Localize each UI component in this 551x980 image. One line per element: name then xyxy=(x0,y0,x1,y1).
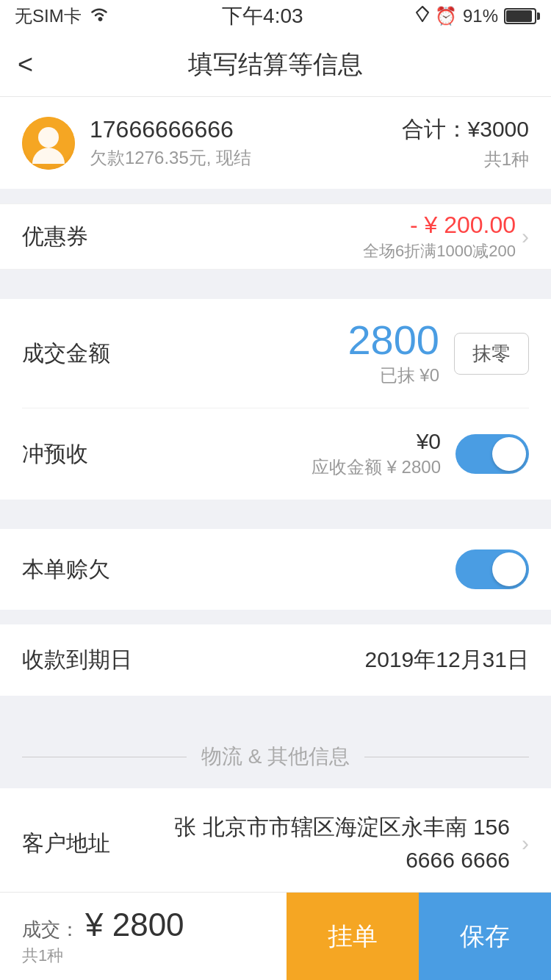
total-count: 共1种 xyxy=(402,148,529,171)
transaction-row: 成交金额 2800 已抹 ¥0 抹零 xyxy=(22,299,529,408)
transaction-rounded: 已抹 ¥0 xyxy=(347,364,439,387)
status-left: 无SIM卡 xyxy=(15,4,109,28)
section-divider-3 xyxy=(0,710,551,725)
address-value: 张 北京市市辖区海淀区永丰南 156 6666 6666 xyxy=(122,810,510,876)
bottom-label: 成交： xyxy=(22,917,79,943)
coupon-right: - ¥ 200.00 全场6折满1000减200 › xyxy=(363,212,529,262)
divider-line-right xyxy=(364,757,529,757)
bottom-total-row: 成交： ¥ 2800 xyxy=(22,907,264,943)
bottom-summary: 成交： ¥ 2800 共1种 xyxy=(0,907,287,967)
status-bar: 无SIM卡 下午4:03 ⏰ 91% xyxy=(0,0,551,32)
prepayment-label: 冲预收 xyxy=(22,439,88,469)
section-divider-2 xyxy=(0,514,551,529)
transaction-right: 2800 已抹 ¥0 抹零 xyxy=(347,320,529,387)
customer-info: 17666666666 欠款1276.35元, 现结 xyxy=(90,116,251,170)
back-button[interactable]: < xyxy=(18,49,33,80)
customer-section: 17666666666 欠款1276.35元, 现结 合计：¥3000 共1种 xyxy=(0,97,551,189)
content: 17666666666 欠款1276.35元, 现结 合计：¥3000 共1种 … xyxy=(0,97,551,980)
alarm-icon: ⏰ xyxy=(435,6,457,26)
logistics-divider: 物流 & 其他信息 xyxy=(0,725,551,788)
debt-label: 本单赊欠 xyxy=(22,555,110,585)
round-button[interactable]: 抹零 xyxy=(454,333,529,375)
transaction-section: 成交金额 2800 已抹 ¥0 抹零 冲预收 ¥0 应收金额 ¥ 2800 xyxy=(0,299,551,500)
prepayment-sub: 应收金额 ¥ 2800 xyxy=(311,455,441,479)
save-button[interactable]: 保存 xyxy=(419,893,551,981)
carrier-label: 无SIM卡 xyxy=(15,4,82,28)
chevron-right-icon: › xyxy=(522,224,529,249)
total-value: 合计：¥3000 xyxy=(402,115,529,145)
divider-line-left xyxy=(22,757,187,757)
page-title: 填写结算等信息 xyxy=(188,48,363,82)
due-date-section: 收款到期日 2019年12月31日 xyxy=(0,624,551,696)
section-divider-1 xyxy=(0,284,551,299)
prepayment-toggle[interactable] xyxy=(455,434,529,474)
location-icon xyxy=(416,6,429,26)
transaction-amount: 2800 xyxy=(347,320,439,361)
address-label: 客户地址 xyxy=(22,829,110,859)
battery-icon xyxy=(504,8,536,24)
customer-debt: 欠款1276.35元, 现结 xyxy=(90,146,251,170)
debt-section: 本单赊欠 xyxy=(0,529,551,610)
status-right: ⏰ 91% xyxy=(416,6,536,26)
bottom-amount: ¥ 2800 xyxy=(85,907,184,943)
toggle-knob xyxy=(492,437,526,471)
status-time: 下午4:03 xyxy=(222,2,303,30)
debt-toggle[interactable] xyxy=(455,550,529,589)
logistics-label: 物流 & 其他信息 xyxy=(201,743,350,771)
bottom-count: 共1种 xyxy=(22,945,264,967)
prepayment-amount: ¥0 xyxy=(311,429,441,454)
address-chevron-icon: › xyxy=(522,831,529,856)
coupon-section[interactable]: 优惠券 - ¥ 200.00 全场6折满1000减200 › xyxy=(0,203,551,270)
customer-left: 17666666666 欠款1276.35元, 现结 xyxy=(22,116,251,170)
address-row: 客户地址 张 北京市市辖区海淀区永丰南 156 6666 6666 › xyxy=(22,788,529,898)
customer-right: 合计：¥3000 共1种 xyxy=(402,115,529,171)
battery-percent: 91% xyxy=(463,6,498,26)
debt-toggle-knob xyxy=(492,552,526,586)
address-section[interactable]: 客户地址 张 北京市市辖区海淀区永丰南 156 6666 6666 › xyxy=(0,788,551,898)
coupon-desc: 全场6折满1000减200 xyxy=(363,240,516,262)
transaction-label: 成交金额 xyxy=(22,339,110,369)
customer-phone: 17666666666 xyxy=(90,116,251,143)
debt-row: 本单赊欠 xyxy=(22,529,529,610)
prepayment-right: ¥0 应收金额 ¥ 2800 xyxy=(311,429,529,479)
due-date-label: 收款到期日 xyxy=(22,645,132,675)
wifi-icon xyxy=(89,6,109,26)
coupon-amount: - ¥ 200.00 xyxy=(363,212,516,239)
hold-button[interactable]: 挂单 xyxy=(287,893,419,981)
due-date-value: 2019年12月31日 xyxy=(365,645,529,675)
due-date-row: 收款到期日 2019年12月31日 xyxy=(22,624,529,696)
bottom-bar: 成交： ¥ 2800 共1种 挂单 保存 xyxy=(0,892,551,980)
header: < 填写结算等信息 xyxy=(0,32,551,97)
avatar xyxy=(22,117,75,170)
coupon-label: 优惠券 xyxy=(22,222,88,252)
prepayment-row: 冲预收 ¥0 应收金额 ¥ 2800 xyxy=(22,408,529,500)
